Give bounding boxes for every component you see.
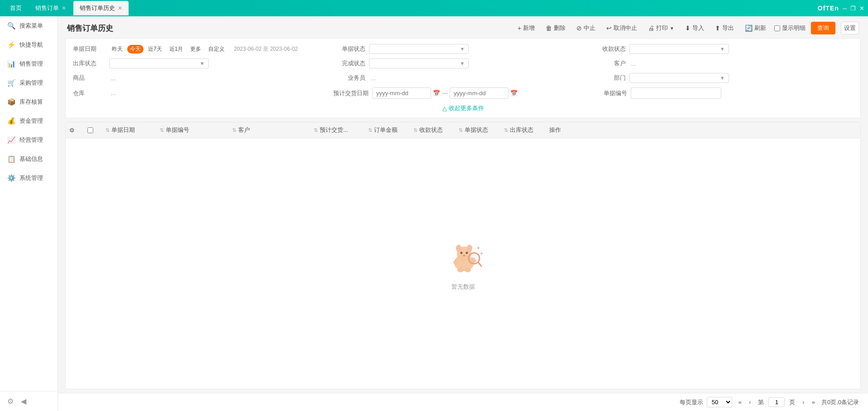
print-button[interactable]: 🖨 打印 ▼ — [645, 22, 677, 34]
date-btn-more[interactable]: 更多 — [187, 45, 204, 53]
sidebar-item-system-mgmt[interactable]: ⚙️ 系统管理 — [0, 169, 58, 188]
goods-picker[interactable]: ... — [109, 75, 118, 82]
close-btn[interactable]: ✕ — [859, 5, 864, 12]
warehouse-picker[interactable]: ... — [109, 90, 118, 97]
customer-label: 客户 — [593, 59, 629, 68]
sidebar-item-search-menu-label: 搜索菜单 — [19, 22, 43, 30]
sidebar-item-search-menu[interactable]: 🔍 搜索菜单 — [0, 16, 58, 35]
th-no-label: 单据编号 — [166, 126, 189, 134]
print-label: 打印 — [656, 24, 668, 32]
th-amount[interactable]: ⇅ 订单金额 — [364, 126, 410, 134]
sidebar-item-quick-nav-label: 快捷导航 — [19, 41, 43, 49]
calendar-from-icon[interactable]: 📅 — [433, 90, 440, 97]
th-check[interactable] — [84, 127, 102, 133]
search-menu-icon: 🔍 — [7, 22, 16, 30]
sort-icon-pay-status: ⇅ — [413, 127, 417, 133]
sales-mgmt-icon: 📊 — [7, 60, 16, 68]
sort-icon-ship-status: ⇅ — [504, 127, 508, 133]
ship-status-select[interactable]: ▼ — [109, 58, 209, 68]
pay-status-select[interactable]: ▼ — [629, 44, 729, 54]
restore-btn[interactable]: ❐ — [850, 5, 856, 12]
cancel-stop-button[interactable]: ↩ 取消中止 — [604, 22, 640, 34]
per-page-select[interactable]: 50 10 20 100 — [707, 397, 732, 407]
department-arrow-icon: ▼ — [720, 75, 725, 81]
basic-info-icon: 📋 — [7, 155, 16, 163]
tab-sales-order-history[interactable]: 销售订单历史 ✕ — [73, 1, 129, 15]
refresh-button[interactable]: 🔄 刷新 — [742, 22, 769, 34]
select-all-checkbox[interactable] — [87, 127, 93, 133]
sidebar-item-finance[interactable]: 💰 资金管理 — [0, 111, 58, 131]
export-button[interactable]: ⬆ 导出 — [712, 22, 737, 34]
complete-status-control: ▼ — [369, 58, 593, 68]
stop-label: 中止 — [584, 24, 595, 32]
page-input[interactable] — [768, 397, 785, 407]
display-columns-check[interactable] — [774, 25, 780, 31]
doc-status-select[interactable]: ▼ — [369, 44, 469, 54]
delivery-date-to[interactable] — [450, 87, 508, 99]
svg-point-3 — [457, 246, 460, 251]
tab-sales-order-close[interactable]: ✕ — [62, 5, 66, 11]
th-ship-status-label: 出库状态 — [510, 126, 533, 134]
collapse-bar[interactable]: △ 收起更多条件 — [73, 103, 853, 115]
query-button[interactable]: 查询 — [811, 22, 835, 34]
sidebar: 🔍 搜索菜单 ⚡ 快捷导航 📊 销售管理 🛒 采购管理 📦 库存核算 💰 资金管… — [0, 16, 58, 411]
last-page-btn[interactable]: » — [809, 398, 818, 406]
th-date[interactable]: ⇅ 单据日期 — [102, 126, 156, 134]
sidebar-item-sales-mgmt[interactable]: 📊 销售管理 — [0, 54, 58, 73]
complete-status-select[interactable]: ▼ — [369, 58, 469, 68]
delivery-date-from[interactable] — [372, 87, 431, 99]
first-page-btn[interactable]: « — [736, 398, 744, 406]
th-no[interactable]: ⇅ 单据编号 — [156, 126, 229, 134]
th-doc-status-label: 单据状态 — [465, 126, 488, 134]
th-customer[interactable]: ⇅ 客户 — [229, 126, 310, 134]
pay-status-label: 收款状态 — [593, 45, 629, 53]
sort-icon-delivery: ⇅ — [314, 127, 318, 133]
new-icon: + — [518, 24, 521, 32]
new-button[interactable]: + 新增 — [515, 22, 537, 34]
department-select[interactable]: ▼ — [629, 73, 729, 83]
sidebar-item-operations[interactable]: 📈 经营管理 — [0, 131, 58, 150]
sort-icon-customer: ⇅ — [232, 127, 236, 133]
sidebar-settings-icon[interactable]: ⚙ — [7, 397, 14, 406]
export-label: 导出 — [722, 24, 734, 32]
date-btn-custom[interactable]: 自定义 — [206, 45, 227, 53]
th-ship-status[interactable]: ⇅ 出库状态 — [500, 126, 546, 134]
sidebar-item-quick-nav[interactable]: ⚡ 快捷导航 — [0, 35, 58, 54]
next-page-btn[interactable]: › — [800, 398, 807, 406]
date-btn-today[interactable]: 今天 — [127, 45, 144, 53]
customer-picker[interactable]: ... — [629, 60, 638, 67]
minimize-btn[interactable]: ─ — [843, 5, 847, 12]
sidebar-item-purchase-mgmt[interactable]: 🛒 采购管理 — [0, 73, 58, 92]
prev-page-btn[interactable]: ‹ — [746, 398, 753, 406]
salesperson-picker[interactable]: ... — [369, 75, 378, 82]
th-settings[interactable]: ⚙ — [66, 127, 84, 134]
date-btn-last7[interactable]: 近7天 — [145, 45, 165, 53]
tab-home[interactable]: 首页 — [4, 1, 28, 15]
stop-button[interactable]: ⊘ 中止 — [574, 22, 598, 34]
tab-sales-order[interactable]: 销售订单 ✕ — [29, 1, 72, 15]
system-mgmt-icon: ⚙️ — [7, 174, 16, 182]
settings-button[interactable]: 设置 — [841, 22, 859, 34]
delivery-date-control: 📅 — 📅 — [372, 87, 595, 99]
sidebar-collapse-icon[interactable]: ◀ — [21, 397, 26, 406]
delete-icon: 🗑 — [546, 24, 552, 32]
date-btn-yesterday[interactable]: 昨天 — [109, 45, 125, 53]
tab-sales-order-history-close[interactable]: ✕ — [118, 5, 122, 11]
doc-number-input[interactable] — [631, 87, 721, 99]
th-doc-status[interactable]: ⇅ 单据状态 — [455, 126, 500, 134]
display-columns-checkbox[interactable]: 显示明细 — [774, 24, 806, 32]
tab-sales-order-history-label: 销售订单历史 — [80, 4, 115, 12]
sort-icon-amount: ⇅ — [368, 127, 372, 133]
ship-status-label: 出库状态 — [73, 59, 109, 68]
page-suffix-label: 页 — [786, 397, 798, 407]
calendar-to-icon[interactable]: 📅 — [510, 90, 518, 97]
date-btn-last1m[interactable]: 近1月 — [167, 45, 186, 53]
import-button[interactable]: ⬇ 导入 — [682, 22, 707, 34]
sidebar-item-system-mgmt-label: 系统管理 — [19, 174, 43, 182]
th-delivery[interactable]: ⇅ 预计交货... — [310, 126, 364, 134]
th-pay-status[interactable]: ⇅ 收款状态 — [410, 126, 455, 134]
window-controls: OfTEn ─ ❐ ✕ — [818, 5, 864, 12]
delete-button[interactable]: 🗑 删除 — [543, 22, 568, 34]
sidebar-item-basic-info[interactable]: 📋 基础信息 — [0, 150, 58, 169]
sidebar-item-inventory[interactable]: 📦 库存核算 — [0, 92, 58, 111]
